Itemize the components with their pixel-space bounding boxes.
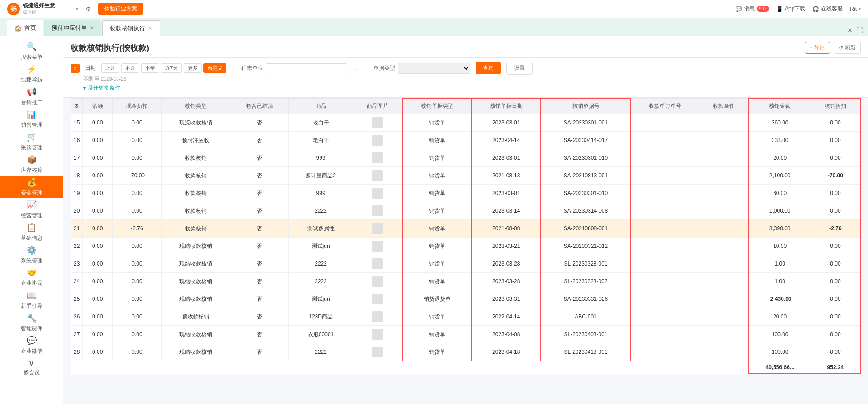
user-name-item[interactable]: Rit ▾ (850, 6, 861, 12)
td-doc-date: 2023-03-01 (472, 114, 541, 132)
source-unit-input[interactable] (266, 63, 347, 73)
td-doc-no[interactable]: SL-20230328-001 (541, 255, 630, 273)
tab-receipt[interactable]: 收款核销执行 ✕ (102, 20, 160, 36)
td-cash-discount: 0.00 (113, 238, 162, 255)
td-balance: 0.00 (83, 185, 113, 202)
industry-btn[interactable]: 体验行业方案 (98, 3, 143, 15)
notification-item[interactable]: 💬 消息 99+ (736, 5, 769, 13)
query-btn[interactable]: 查询 (476, 62, 501, 74)
sidebar-item-operations[interactable]: 📈 经营管理 (0, 198, 63, 221)
wechat-icon: 💬 (27, 336, 37, 346)
date-btn-this-year[interactable]: 本年 (141, 63, 159, 73)
tab-receipt-close[interactable]: ✕ (148, 25, 152, 32)
tab-prepaid-label: 预付冲应付单 (52, 24, 87, 32)
tab-maximize-btn[interactable]: ⛶ (856, 27, 863, 34)
td-cash-discount: 0.00 (113, 202, 162, 220)
data-table: ⚙ 余额 现金折扣 核销类型 包含已结清 商品 商品图片 核销单据类型 核销单据… (71, 98, 861, 374)
sidebar-item-vip[interactable]: V 畅会员 (0, 356, 63, 379)
sidebar-item-hardware[interactable]: 🔧 智能硬件 (0, 311, 63, 334)
td-cash-discount: 0.00 (113, 308, 162, 326)
date-btn-this-month[interactable]: 本月 (121, 63, 139, 73)
sidebar-item-finance[interactable]: 💰 资金管理 (0, 176, 63, 198)
export-btn[interactable]: ↑ 导出 (805, 42, 830, 54)
td-cash-discount: 0.00 (113, 290, 162, 308)
td-doc-no[interactable]: SL-20230408-001 (541, 326, 630, 343)
td-goods-image (353, 132, 403, 149)
td-cash-discount: 0.00 (113, 185, 162, 202)
td-doc-type: 销货退货单 (402, 290, 472, 308)
td-doc-no[interactable]: ABC-001 (541, 308, 630, 326)
td-doc-no[interactable]: SA-20230301-001 (541, 114, 630, 132)
sidebar-label-purchase: 采购管理 (21, 144, 42, 152)
sidebar-item-beginner[interactable]: 📖 新手引导 (0, 289, 63, 311)
td-doc-no[interactable]: SA-20230314-008 (541, 202, 630, 220)
sidebar-label-finance: 资金管理 (21, 189, 42, 197)
tab-prepaid-close[interactable]: ✕ (90, 25, 94, 31)
sidebar-item-sales[interactable]: 📊 销售管理 (0, 108, 63, 130)
td-doc-no[interactable]: SA-20230301-010 (541, 149, 630, 167)
td-goods-image (353, 290, 403, 308)
page-title: 收款核销执行(按收款) (71, 43, 149, 53)
app-download-item[interactable]: 📱 App下载 (776, 5, 805, 13)
sidebar-item-system[interactable]: ⚙️ 系统管理 (0, 243, 63, 266)
source-unit-dots[interactable]: ... (350, 65, 359, 71)
td-include-settled: 否 (230, 185, 289, 202)
td-doc-date: 2023-04-18 (472, 343, 541, 361)
table-wrapper[interactable]: ⚙ 余额 现金折扣 核销类型 包含已结清 商品 商品图片 核销单据类型 核销单据… (63, 98, 868, 404)
gear-icon[interactable]: ⚙ (84, 5, 93, 14)
tab-close-all-btn[interactable]: ✕ (847, 27, 853, 34)
megaphone-icon: 📢 (27, 87, 37, 97)
td-doc-no[interactable]: SA-20230321-012 (541, 238, 630, 255)
td-receipt-order-no (631, 220, 699, 238)
td-cancel-amount: 2,100.00 (749, 167, 811, 185)
refresh-label: 刷新 (845, 44, 856, 52)
sidebar-item-wechat[interactable]: 💬 企业微信 (0, 334, 63, 356)
td-cancel-type: 预付冲应收 (161, 132, 230, 149)
td-cancel-type: 收款核销 (161, 202, 230, 220)
td-goods-image (353, 114, 403, 132)
logo-chevron-icon[interactable]: ▾ (76, 6, 78, 11)
td-doc-no[interactable]: SL-20230328-002 (541, 273, 630, 290)
td-receipt-order-no (631, 290, 699, 308)
sidebar-item-basics[interactable]: 📋 基础信息 (0, 221, 63, 243)
td-doc-no[interactable]: SA-20230331-026 (541, 290, 630, 308)
td-doc-no[interactable]: SA-20210808-001 (541, 220, 630, 238)
filter-collapse-btn[interactable]: » (71, 64, 80, 73)
date-btn-more[interactable]: 更多 (184, 63, 202, 73)
td-doc-no[interactable]: SA-20210813-001 (541, 167, 630, 185)
td-receipt-order-no (631, 326, 699, 343)
td-doc-no[interactable]: SL-20230418-001 (541, 343, 630, 361)
sidebar-item-enterprise[interactable]: 🤝 企业协同 (0, 266, 63, 289)
table-row: 24 0.00 0.00 现结收款核销 否 2222 销货单 2023-03-2… (71, 273, 861, 290)
tab-bar: 🏠 首页 预付冲应付单 ✕ 收款核销执行 ✕ ✕ ⛶ (0, 18, 868, 36)
td-goods: 多计量商品2 (289, 167, 353, 185)
td-receipt-order-no (631, 255, 699, 273)
date-btn-last-month[interactable]: 上月 (101, 63, 119, 73)
tab-prepaid[interactable]: 预付冲应付单 ✕ (44, 20, 101, 36)
sidebar-item-inventory[interactable]: 📦 库存核算 (0, 153, 63, 176)
sidebar-label-enterprise: 企业协同 (21, 280, 42, 287)
td-id: 27 (71, 326, 83, 343)
th-goods-image: 商品图片 (353, 98, 403, 114)
doc-type-select[interactable] (398, 63, 470, 74)
settings-btn[interactable]: 设置 (506, 62, 533, 75)
td-doc-no[interactable]: SA-20230301-010 (541, 185, 630, 202)
td-goods-image (353, 343, 403, 361)
sidebar-item-purchase[interactable]: 🛒 采购管理 (0, 130, 63, 153)
online-support-item[interactable]: 🎧 在线客服 (812, 5, 843, 13)
td-doc-no[interactable]: SA-20230414-017 (541, 132, 630, 149)
td-id: 24 (71, 273, 83, 290)
refresh-btn[interactable]: ↺ 刷新 (834, 42, 861, 54)
date-btn-custom[interactable]: 自定义 (203, 63, 226, 73)
date-btn-7days[interactable]: 近7天 (161, 63, 182, 73)
sidebar-item-quicknav[interactable]: ⚡ 快捷导航 (0, 62, 63, 85)
expand-more-btn[interactable]: ▾ 展开更多条件 (83, 84, 861, 92)
sidebar-item-search[interactable]: 🔍 搜索菜单 (0, 40, 63, 62)
tab-home[interactable]: 🏠 首页 (7, 20, 43, 36)
td-doc-type: 销货单 (402, 255, 472, 273)
table-footer: 40,556,66... 952.24 (71, 361, 861, 374)
td-include-settled: 否 (230, 308, 289, 326)
td-goods: 123D商品 (289, 308, 353, 326)
td-doc-date: 2023-03-28 (472, 255, 541, 273)
sidebar-item-marketing[interactable]: 📢 营销推广 (0, 85, 63, 108)
